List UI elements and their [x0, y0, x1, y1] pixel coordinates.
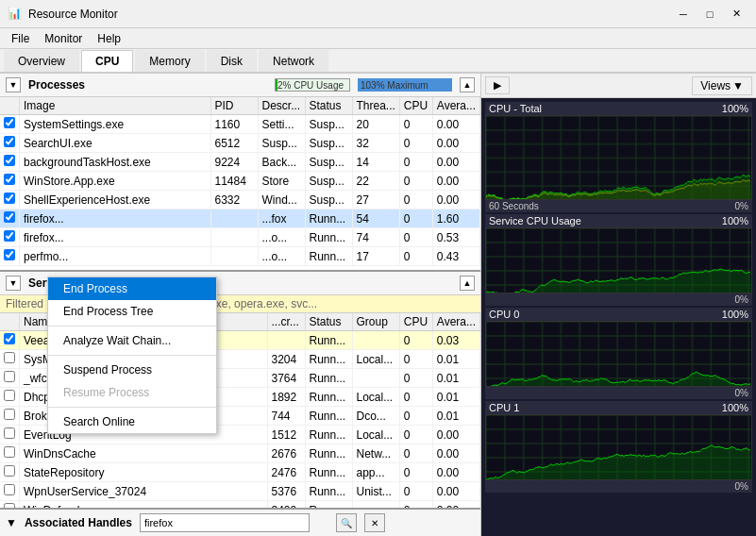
- col-avg-header[interactable]: Avera...: [432, 97, 479, 115]
- proc-check-cell[interactable]: [0, 191, 20, 209]
- tab-disk[interactable]: Disk: [207, 50, 257, 72]
- context-menu-item-end-process-tree[interactable]: End Process Tree: [48, 300, 216, 323]
- menu-help[interactable]: Help: [90, 28, 128, 48]
- proc-check-cell[interactable]: [0, 228, 20, 247]
- context-menu-item-end-process[interactable]: End Process: [48, 277, 216, 300]
- proc-check-cell[interactable]: [0, 209, 20, 228]
- processes-table-container[interactable]: Image PID Descr... Status Threa... CPU A…: [0, 97, 480, 270]
- svc-check-cell[interactable]: [0, 350, 20, 369]
- processes-row[interactable]: WinStore.App.exe 11484 Store Susp... 22 …: [0, 172, 480, 191]
- handles-search-input[interactable]: [140, 513, 310, 532]
- context-menu-item-suspend[interactable]: Suspend Process: [48, 359, 216, 381]
- svc-pid-cell: 2676: [267, 444, 305, 463]
- svc-col-group[interactable]: Group: [352, 313, 399, 331]
- svc-status-cell: Runn...: [305, 482, 352, 501]
- graphs-area: CPU - Total 100% 60 Seconds 0% Service C…: [481, 98, 756, 536]
- svc-check-cell[interactable]: [0, 426, 20, 444]
- services-row[interactable]: StateRepository 2476 Runn... app... 0 0.…: [0, 463, 480, 482]
- processes-row[interactable]: backgroundTaskHost.exe 9224 Back... Susp…: [0, 153, 480, 172]
- services-expand-btn[interactable]: ▼: [6, 276, 21, 291]
- proc-checkbox[interactable]: [4, 174, 15, 185]
- svc-check-cell[interactable]: [0, 331, 20, 350]
- services-collapse-btn[interactable]: ▲: [460, 276, 475, 291]
- proc-checkbox[interactable]: [4, 249, 15, 260]
- tab-cpu[interactable]: CPU: [81, 50, 133, 72]
- proc-checkbox[interactable]: [4, 136, 15, 147]
- svc-group-cell: app...: [352, 463, 399, 482]
- processes-row[interactable]: SystemSettings.exe 1160 Setti... Susp...…: [0, 115, 480, 134]
- svc-checkbox[interactable]: [4, 390, 15, 401]
- processes-row[interactable]: firefox... ...o... Runn... 74 0 0.53: [0, 228, 480, 247]
- context-menu-item-analyze-wait[interactable]: Analyze Wait Chain...: [48, 329, 216, 352]
- tab-overview[interactable]: Overview: [4, 50, 79, 72]
- svc-check-cell[interactable]: [0, 407, 20, 426]
- proc-status-cell: Runn...: [305, 228, 352, 247]
- col-desc-header[interactable]: Descr...: [258, 97, 305, 115]
- proc-pid-cell: [210, 209, 258, 228]
- svc-checkbox[interactable]: [4, 409, 15, 420]
- svc-checkbox[interactable]: [4, 427, 15, 439]
- handles-clear-btn[interactable]: ✕: [364, 513, 385, 532]
- services-row[interactable]: WpnUserService_37024 5376 Runn... Unist.…: [0, 482, 480, 501]
- context-menu-separator: [48, 326, 216, 327]
- proc-check-cell[interactable]: [0, 134, 20, 153]
- graph-bottom-bar-2: 0%: [485, 387, 752, 399]
- proc-checkbox[interactable]: [4, 230, 15, 242]
- svc-checkbox[interactable]: [4, 484, 15, 495]
- graph-nav-btn[interactable]: ▶: [485, 76, 510, 94]
- col-status-header[interactable]: Status: [305, 97, 352, 115]
- svc-checkbox[interactable]: [4, 352, 15, 363]
- services-row[interactable]: WinDefend 3400 Runn... 0 0.00: [0, 501, 480, 509]
- col-image-header[interactable]: Image: [20, 97, 211, 115]
- proc-check-cell[interactable]: [0, 247, 20, 266]
- processes-collapse-btn[interactable]: ▲: [460, 77, 475, 92]
- svc-checkbox[interactable]: [4, 333, 15, 344]
- svc-checkbox[interactable]: [4, 446, 15, 458]
- svc-col-status[interactable]: Status: [305, 313, 352, 331]
- svc-check-cell[interactable]: [0, 388, 20, 407]
- graph-canvas-3: [485, 414, 752, 480]
- proc-check-cell[interactable]: [0, 115, 20, 134]
- svc-check-cell[interactable]: [0, 501, 20, 509]
- proc-checkbox[interactable]: [4, 155, 15, 166]
- svc-check-cell[interactable]: [0, 463, 20, 482]
- proc-check-cell[interactable]: [0, 172, 20, 191]
- col-pid-header[interactable]: PID: [210, 97, 258, 115]
- handles-search-btn[interactable]: 🔍: [336, 513, 357, 532]
- col-threads-header[interactable]: Threa...: [352, 97, 399, 115]
- proc-avg-cell: 0.53: [432, 228, 479, 247]
- menu-monitor[interactable]: Monitor: [37, 28, 90, 48]
- tab-memory[interactable]: Memory: [135, 50, 204, 72]
- views-btn[interactable]: Views ▼: [692, 76, 752, 95]
- handles-expand-btn[interactable]: ▼: [6, 516, 17, 529]
- svc-check-cell[interactable]: [0, 444, 20, 463]
- proc-check-cell[interactable]: [0, 153, 20, 172]
- svc-col-cpu[interactable]: CPU: [399, 313, 432, 331]
- proc-checkbox[interactable]: [4, 211, 15, 223]
- maximize-button[interactable]: □: [697, 4, 722, 25]
- menu-file[interactable]: File: [4, 28, 37, 48]
- svc-check-cell[interactable]: [0, 482, 20, 501]
- minimize-button[interactable]: ─: [671, 4, 696, 25]
- freq-text: 103% Maximum Frequen...: [361, 80, 451, 92]
- graph-pct-max-3: 100%: [722, 402, 748, 413]
- col-cpu-header[interactable]: CPU: [399, 97, 432, 115]
- svc-checkbox[interactable]: [4, 371, 15, 382]
- processes-row[interactable]: firefox... ...fox Runn... 54 0 1.60: [0, 209, 480, 228]
- context-menu-item-search-online[interactable]: Search Online: [48, 410, 216, 433]
- svc-checkbox[interactable]: [4, 465, 15, 477]
- proc-checkbox[interactable]: [4, 193, 15, 204]
- services-row[interactable]: WinDnsCache 2676 Runn... Netw... 0 0.00: [0, 444, 480, 463]
- proc-image-cell: perfmo...: [20, 247, 211, 266]
- processes-row[interactable]: ShellExperienceHost.exe 6332 Wind... Sus…: [0, 191, 480, 209]
- proc-checkbox[interactable]: [4, 117, 15, 128]
- svc-group-cell: Local...: [352, 426, 399, 444]
- processes-row[interactable]: SearchUI.exe 6512 Susp... Susp... 32 0 0…: [0, 134, 480, 153]
- close-button[interactable]: ✕: [724, 4, 748, 25]
- svc-check-cell[interactable]: [0, 369, 20, 388]
- processes-expand-btn[interactable]: ▼: [6, 77, 21, 92]
- processes-row[interactable]: perfmo... ...o... Runn... 17 0 0.43: [0, 247, 480, 266]
- svc-col-avg[interactable]: Avera...: [432, 313, 479, 331]
- tab-network[interactable]: Network: [259, 50, 328, 72]
- svc-col-pid[interactable]: ...cr...: [267, 313, 305, 331]
